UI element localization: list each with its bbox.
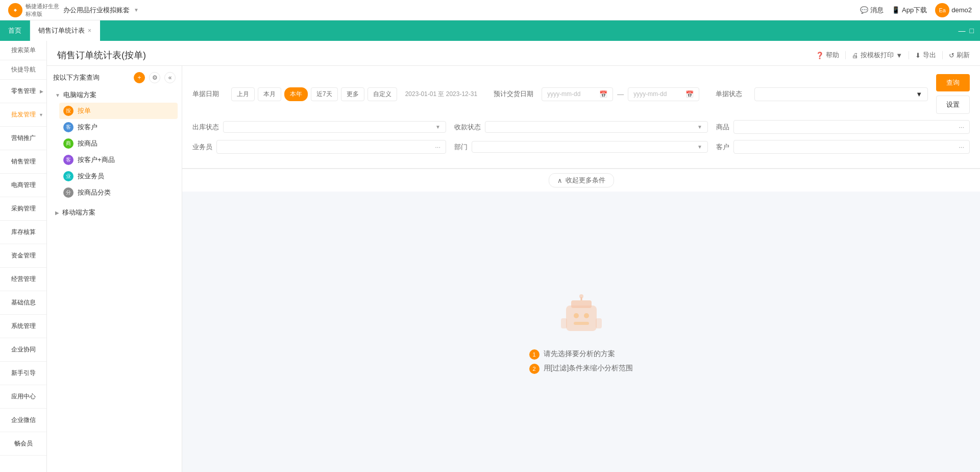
date-range-text: 2023-01-01 至 2023-12-31 (405, 90, 477, 99)
sidebar-item-ecommerce[interactable]: 电商管理 (0, 174, 46, 197)
date-btn-7days[interactable]: 近7天 (311, 87, 338, 101)
dept-select[interactable]: ▼ (472, 141, 708, 153)
avatar: Ea (935, 3, 949, 17)
date-separator: — (617, 90, 624, 98)
help-icon: ❓ (816, 52, 824, 59)
svg-rect-1 (566, 305, 597, 331)
topbar-right: 💬 消息 📱 App下载 Ea demo2 (860, 3, 972, 17)
sidebar: 搜索菜单 快捷导航 零售管理 批发管理 营销推广 销售管理 电商管理 采购管理 … (0, 41, 47, 472)
scheme-by-salesman[interactable]: 业 按业务员 (59, 168, 178, 184)
expected-date-input: yyyy-mm-dd 📅 — yyyy-mm-dd 📅 (542, 87, 699, 101)
ship-status-select[interactable]: ▼ (223, 121, 446, 133)
logo-area: 畅捷通好生意 标准版 (8, 3, 59, 17)
tip-num-2: 2 (529, 364, 540, 374)
sidebar-item-search-menu[interactable]: 搜索菜单 (0, 41, 46, 60)
bill-status-select[interactable]: ▼ (754, 87, 928, 101)
sidebar-item-marketing[interactable]: 营销推广 (0, 127, 46, 150)
pay-status-label: 收款状态 (454, 123, 481, 132)
tab-sales-order-stats[interactable]: 销售订单统计表 × (30, 20, 100, 41)
date-btn-last-month[interactable]: 上月 (231, 87, 255, 101)
app-download-btn[interactable]: 📱 App下载 (892, 6, 927, 15)
filter-cell-pay: 收款状态 ▼ (454, 121, 708, 133)
query-btn[interactable]: 查询 (936, 74, 970, 91)
sidebar-item-wechat[interactable]: 企业微信 (0, 409, 46, 432)
collapse-btn[interactable]: ∧ 收起更多条件 (549, 173, 614, 187)
window-maximize-icon[interactable]: □ (970, 27, 974, 35)
scheme-by-goods[interactable]: 商 按商品 (59, 135, 178, 152)
tip-num-1: 1 (529, 349, 540, 360)
goods-input[interactable]: ··· (733, 120, 970, 134)
window-minimize-icon[interactable]: — (959, 27, 966, 35)
filter-row3: 业务员 ··· 部门 ▼ (192, 140, 970, 154)
collapse-panel-btn[interactable]: « (164, 72, 176, 83)
customer-input[interactable]: ··· (733, 140, 970, 154)
sidebar-item-retail[interactable]: 零售管理 (0, 80, 46, 103)
sidebar-item-quick-nav[interactable]: 快捷导航 (0, 60, 46, 80)
sidebar-item-sales[interactable]: 销售管理 (0, 150, 46, 174)
sidebar-item-inventory[interactable]: 库存核算 (0, 221, 46, 244)
filter-area: 单据日期 上月 本月 本年 近7天 更多 自定义 2023-01-01 至 20… (182, 66, 980, 169)
scheme-icon-order: 按 (63, 106, 74, 116)
dept-dropdown-icon: ▼ (697, 144, 702, 150)
divider2 (909, 51, 909, 59)
sidebar-item-finance[interactable]: 资金管理 (0, 244, 46, 268)
sidebar-item-wholesale[interactable]: 批发管理 (0, 103, 46, 127)
sidebar-item-member[interactable]: 畅会员 (0, 432, 46, 456)
export-btn[interactable]: ⬇ 导出 (915, 51, 936, 60)
user-profile-btn[interactable]: Ea demo2 (935, 3, 972, 17)
left-panel-title: 按以下方案查询 (53, 73, 100, 82)
scheme-by-order[interactable]: 按 按单 (59, 103, 178, 119)
expected-date-start[interactable]: yyyy-mm-dd 📅 (542, 87, 613, 101)
filter-cell-ship: 出库状态 ▼ (192, 121, 446, 133)
app-title-dropdown[interactable]: ▼ (134, 7, 139, 13)
scheme-by-goods-category[interactable]: 分 按商品分类 (59, 184, 178, 201)
collapse-bar: ∧ 收起更多条件 (182, 169, 980, 192)
sidebar-item-operations[interactable]: 经营管理 (0, 268, 46, 291)
pay-status-dropdown-icon: ▼ (697, 124, 702, 130)
sidebar-item-basic-info[interactable]: 基础信息 (0, 291, 46, 315)
help-btn[interactable]: ❓ 帮助 (816, 51, 839, 60)
sidebar-item-app-center[interactable]: 应用中心 (0, 385, 46, 409)
scheme-icon-goods: 商 (63, 138, 74, 149)
svg-point-4 (584, 313, 589, 318)
date-btn-more[interactable]: 更多 (341, 87, 364, 101)
date-btn-this-year[interactable]: 本年 (284, 87, 308, 101)
date-label: 单据日期 (192, 89, 223, 99)
tree-section-mobile: ▶ 移动端方案 (47, 201, 182, 220)
scheme-by-customer[interactable]: 客 按客户 (59, 119, 178, 135)
topbar-left: 畅捷通好生意 标准版 办公用品行业模拟账套 ▼ (8, 3, 139, 17)
sidebar-item-collab[interactable]: 企业协同 (0, 338, 46, 362)
tab-close-icon[interactable]: × (88, 27, 91, 34)
calendar-icon-end: 📅 (685, 90, 694, 98)
logo-icon (8, 3, 22, 17)
sidebar-item-system[interactable]: 系统管理 (0, 315, 46, 338)
sidebar-item-newbie[interactable]: 新手引导 (0, 362, 46, 385)
divider (845, 51, 846, 59)
expected-date-end[interactable]: yyyy-mm-dd 📅 (628, 87, 699, 101)
message-btn[interactable]: 💬 消息 (860, 6, 884, 15)
navtabs: 首页 销售订单统计表 × — □ (0, 20, 980, 41)
content-area: 销售订单统计表(按单) ❓ 帮助 🖨 按模板打印 ▼ ⬇ 导出 (47, 41, 980, 472)
date-quick-btns: 上月 本月 本年 近7天 更多 自定义 (231, 87, 397, 101)
bill-status-dropdown-icon: ▼ (916, 90, 922, 98)
date-btn-custom[interactable]: 自定义 (368, 87, 397, 101)
template-print-btn[interactable]: 🖨 按模板打印 ▼ (852, 51, 902, 60)
empty-tip-1: 1 请先选择要分析的方案 (529, 349, 633, 360)
navtab-icons: — □ (952, 20, 980, 41)
add-scheme-btn[interactable]: + (134, 72, 145, 83)
settings-scheme-btn[interactable]: ⚙ (149, 72, 160, 83)
refresh-btn[interactable]: ↺ 刷新 (949, 51, 970, 60)
sidebar-item-purchase[interactable]: 采购管理 (0, 197, 46, 221)
tab-home[interactable]: 首页 (0, 20, 30, 41)
tree-parent-mobile[interactable]: ▶ 移动端方案 (51, 205, 178, 220)
filter-cell-salesman: 业务员 ··· (192, 140, 446, 154)
date-btn-this-month[interactable]: 本月 (258, 87, 281, 101)
goods-label: 商品 (716, 123, 729, 132)
settings-btn[interactable]: 设置 (936, 96, 970, 114)
pay-status-select[interactable]: ▼ (485, 121, 708, 133)
inner-layout: 按以下方案查询 + ⚙ « ▼ (47, 66, 980, 472)
empty-tips: 1 请先选择要分析的方案 2 用[过滤]条件来缩小分析范围 (529, 349, 633, 374)
salesman-input[interactable]: ··· (216, 140, 446, 154)
tree-parent-pc[interactable]: ▼ 电脑端方案 (51, 87, 178, 103)
scheme-by-customer-goods[interactable]: 客 按客户+商品 (59, 152, 178, 168)
